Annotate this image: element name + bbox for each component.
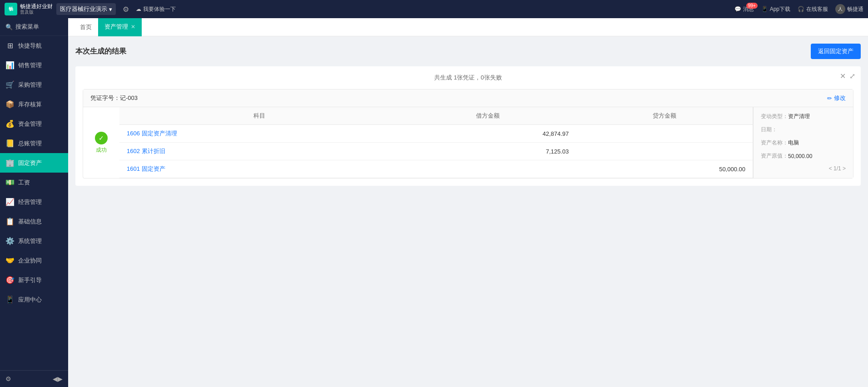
sidebar-item-label: 资金管理 bbox=[18, 120, 42, 128]
sidebar-item-system[interactable]: ⚙️ 系统管理 bbox=[0, 231, 68, 251]
message-icon: 💬 bbox=[734, 6, 741, 12]
type-value: 资产清理 bbox=[788, 113, 810, 120]
close-panel-button[interactable]: ✕ bbox=[840, 72, 846, 80]
voucher-number: 凭证字号：记-003 bbox=[90, 94, 138, 102]
experience-btn[interactable]: ☁ 我要体验一下 bbox=[136, 5, 176, 13]
settings-icon-btn[interactable]: ⚙ bbox=[119, 3, 132, 15]
tab-home-label: 首页 bbox=[80, 23, 92, 31]
expand-panel-button[interactable]: ⤢ bbox=[849, 72, 855, 80]
success-circle: ✓ bbox=[95, 132, 108, 144]
system-icon: ⚙️ bbox=[5, 237, 15, 245]
username: 畅捷通 bbox=[847, 5, 863, 13]
inventory-icon: 📦 bbox=[5, 100, 15, 109]
sidebar-item-label: 应用中心 bbox=[18, 296, 42, 304]
app-selector-label: 医疗器械行业演示 bbox=[60, 5, 107, 13]
sidebar-item-label: 企业协同 bbox=[18, 257, 42, 265]
sidebar-item-payroll[interactable]: 💵 工资 bbox=[0, 173, 68, 192]
side-info-original: 资产原值： 50,000.00 bbox=[761, 152, 846, 160]
payroll-icon: 💵 bbox=[5, 178, 15, 187]
success-text: 成功 bbox=[96, 146, 107, 154]
edit-label: 修改 bbox=[834, 94, 846, 102]
enterprise-icon: 🤝 bbox=[5, 256, 15, 265]
original-value: 50,000.00 bbox=[788, 153, 812, 159]
user-area[interactable]: 人 畅捷通 bbox=[835, 4, 863, 14]
sidebar-item-label: 工资 bbox=[18, 179, 30, 187]
chevron-down-icon: ▾ bbox=[109, 6, 112, 13]
sidebar-item-enterprise[interactable]: 🤝 企业协同 bbox=[0, 251, 68, 270]
sidebar-item-label: 采购管理 bbox=[18, 81, 42, 89]
home-icon: ⊞ bbox=[5, 41, 15, 50]
edit-button[interactable]: ✏ 修改 bbox=[827, 94, 846, 102]
main-layout: 🔍 搜索菜单 ⊞ 快捷导航 📊 销售管理 🛒 采购管理 📦 库存核算 💰 资金管… bbox=[0, 18, 868, 387]
logo-area: 畅 畅捷通好业财 普及版 bbox=[5, 3, 53, 15]
credit-cell bbox=[576, 125, 753, 143]
app-download-icon: 📱 bbox=[761, 6, 768, 12]
app-selector[interactable]: 医疗器械行业演示 ▾ bbox=[56, 3, 116, 15]
search-label: 搜索菜单 bbox=[15, 23, 39, 31]
success-mark: ✓ 成功 bbox=[83, 107, 119, 178]
sidebar-item-label: 销售管理 bbox=[18, 61, 42, 69]
page-content: 本次生成的结果 返回固定资产 ✕ ⤢ 共生成 1张凭证，0张失败 凭证字号：记-… bbox=[68, 36, 868, 387]
panel-controls: ✕ ⤢ bbox=[840, 72, 855, 80]
app-download-action[interactable]: 📱 App下载 bbox=[761, 5, 790, 13]
result-header: 本次生成的结果 返回固定资产 bbox=[75, 44, 861, 59]
sidebar-item-fixed-assets[interactable]: 🏢 固定资产 bbox=[0, 153, 68, 173]
sidebar-item-guide[interactable]: 🎯 新手引导 bbox=[0, 270, 68, 290]
online-service-action[interactable]: 🎧 在线客服 bbox=[798, 5, 828, 13]
sidebar-item-basic-info[interactable]: 📋 基础信息 bbox=[0, 212, 68, 231]
debit-cell bbox=[400, 160, 576, 178]
tab-asset-management[interactable]: 资产管理 ✕ bbox=[98, 18, 142, 36]
sidebar-footer: ⚙ ◀▶ bbox=[0, 370, 68, 387]
sidebar-item-label: 快捷导航 bbox=[18, 42, 42, 50]
sales-icon: 📊 bbox=[5, 61, 15, 69]
credit-cell bbox=[576, 143, 753, 160]
top-header: 畅 畅捷通好业财 普及版 医疗器械行业演示 ▾ ⚙ ☁ 我要体验一下 💬 消息 … bbox=[0, 0, 868, 18]
subject-cell: 1602 累计折旧 bbox=[119, 143, 400, 160]
search-icon: 🔍 bbox=[5, 24, 13, 30]
sidebar-settings-icon[interactable]: ⚙ bbox=[5, 375, 11, 382]
return-button[interactable]: 返回固定资产 bbox=[811, 44, 861, 59]
tab-label: 资产管理 bbox=[104, 23, 128, 31]
result-panel: ✕ ⤢ 共生成 1张凭证，0张失败 凭证字号：记-003 ✏ 修改 bbox=[75, 66, 861, 186]
subject-cell: 1601 固定资产 bbox=[119, 160, 400, 178]
guide-icon: 🎯 bbox=[5, 276, 15, 284]
sidebar-toggle-icon[interactable]: ◀▶ bbox=[53, 375, 63, 382]
sidebar-item-operations[interactable]: 📈 经营管理 bbox=[0, 192, 68, 212]
sidebar-item-quick-nav[interactable]: ⊞ 快捷导航 bbox=[0, 36, 68, 55]
header-right: 💬 消息 99+ 📱 App下载 🎧 在线客服 人 畅捷通 bbox=[734, 4, 863, 14]
finance-icon: 💰 bbox=[5, 119, 15, 128]
logo-icon: 畅 bbox=[5, 3, 17, 15]
ledger-icon: 📒 bbox=[5, 139, 15, 148]
asset-name-label: 资产名称： bbox=[761, 139, 788, 147]
debit-cell: 7,125.03 bbox=[400, 143, 576, 160]
purchase-icon: 🛒 bbox=[5, 80, 15, 89]
sidebar-item-label: 新手引导 bbox=[18, 276, 42, 284]
original-label: 资产原值： bbox=[761, 152, 788, 160]
logo-sub: 普及版 bbox=[20, 10, 53, 15]
sidebar-item-label: 总账管理 bbox=[18, 139, 42, 148]
fixed-assets-icon: 🏢 bbox=[5, 159, 15, 167]
tab-home[interactable]: 首页 bbox=[74, 18, 98, 36]
side-pagination[interactable]: < 1/1 > bbox=[761, 165, 846, 172]
sidebar-item-purchase[interactable]: 🛒 采购管理 bbox=[0, 75, 68, 94]
message-action[interactable]: 💬 消息 99+ bbox=[734, 5, 754, 13]
cloud-icon: ☁ bbox=[136, 6, 141, 12]
online-service-label: 在线客服 bbox=[806, 5, 828, 13]
sidebar-item-app-center[interactable]: 📱 应用中心 bbox=[0, 290, 68, 309]
page-title: 本次生成的结果 bbox=[75, 47, 126, 56]
sidebar-item-sales[interactable]: 📊 销售管理 bbox=[0, 55, 68, 75]
sidebar-item-label: 固定资产 bbox=[18, 159, 42, 167]
sidebar-item-ledger[interactable]: 📒 总账管理 bbox=[0, 134, 68, 153]
sidebar-item-inventory[interactable]: 📦 库存核算 bbox=[0, 94, 68, 114]
sidebar-search[interactable]: 🔍 搜索菜单 bbox=[0, 18, 68, 36]
side-info-type: 变动类型： 资产清理 bbox=[761, 113, 846, 120]
sidebar-item-label: 基础信息 bbox=[18, 218, 42, 226]
table-row: 1602 累计折旧 7,125.03 bbox=[119, 143, 753, 160]
tab-close-icon[interactable]: ✕ bbox=[131, 24, 135, 30]
table-row: 1601 固定资产 50,000.00 bbox=[119, 160, 753, 178]
basic-info-icon: 📋 bbox=[5, 217, 15, 226]
sidebar-item-finance[interactable]: 💰 资金管理 bbox=[0, 114, 68, 134]
voucher-header: 凭证字号：记-003 ✏ 修改 bbox=[83, 89, 853, 107]
col-subject: 科目 bbox=[119, 107, 400, 125]
sidebar: 🔍 搜索菜单 ⊞ 快捷导航 📊 销售管理 🛒 采购管理 📦 库存核算 💰 资金管… bbox=[0, 18, 68, 387]
